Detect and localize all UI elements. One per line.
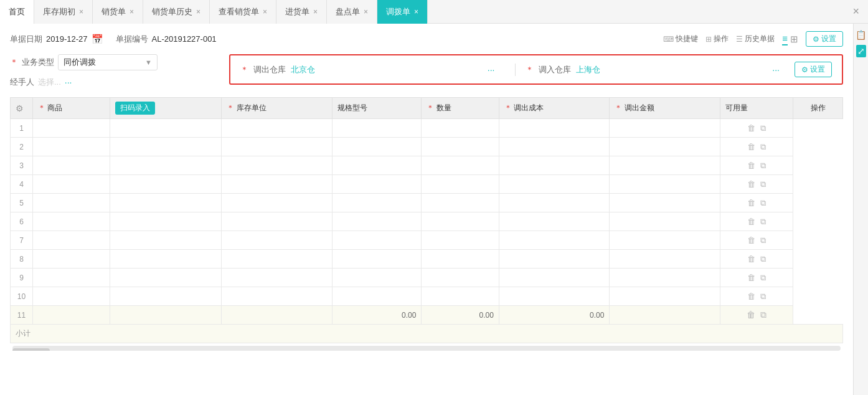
manager-ellipsis[interactable]: ··· bbox=[65, 77, 72, 87]
row-copy-icon[interactable]: ⧉ bbox=[760, 217, 766, 226]
sidebar-expand-icon[interactable]: ⤢ bbox=[856, 45, 866, 57]
row-available[interactable] bbox=[610, 119, 720, 138]
row-delete-icon[interactable]: 🗑 bbox=[747, 161, 755, 170]
row-goods[interactable] bbox=[33, 194, 110, 212]
row-amount[interactable] bbox=[499, 231, 609, 250]
row-goods[interactable] bbox=[33, 156, 110, 175]
row-qty[interactable] bbox=[332, 269, 422, 287]
subtotal-delete-icon[interactable]: 🗑 bbox=[747, 310, 755, 320]
tab-inventory-init-close[interactable]: × bbox=[79, 7, 83, 16]
row-qty[interactable] bbox=[332, 250, 422, 269]
row-copy-icon[interactable]: ⧉ bbox=[760, 236, 766, 245]
row-cost[interactable] bbox=[422, 250, 499, 269]
row-cost[interactable] bbox=[422, 287, 499, 306]
row-unit[interactable] bbox=[110, 231, 222, 250]
row-cost[interactable] bbox=[422, 194, 499, 212]
row-amount[interactable] bbox=[499, 194, 609, 212]
tab-inventory-check[interactable]: 盘点单 × bbox=[327, 0, 377, 24]
row-amount[interactable] bbox=[499, 119, 609, 138]
row-qty[interactable] bbox=[332, 119, 422, 138]
horizontal-scrollbar[interactable] bbox=[12, 346, 841, 351]
row-goods[interactable] bbox=[33, 269, 110, 287]
row-amount[interactable] bbox=[499, 138, 609, 156]
row-delete-icon[interactable]: 🗑 bbox=[747, 123, 755, 133]
row-spec[interactable] bbox=[222, 250, 332, 269]
row-spec[interactable] bbox=[222, 194, 332, 212]
warehouse-settings-button[interactable]: ⚙ 设置 bbox=[795, 62, 832, 77]
tab-sales-order[interactable]: 销货单 × bbox=[93, 0, 143, 24]
row-cost[interactable] bbox=[422, 212, 499, 231]
row-unit[interactable] bbox=[110, 269, 222, 287]
row-available[interactable] bbox=[610, 194, 720, 212]
row-goods[interactable] bbox=[33, 231, 110, 250]
subtotal-copy-icon[interactable]: ⧉ bbox=[760, 310, 767, 320]
row-qty[interactable] bbox=[332, 231, 422, 250]
row-amount[interactable] bbox=[499, 269, 609, 287]
row-cost[interactable] bbox=[422, 119, 499, 138]
row-spec[interactable] bbox=[222, 138, 332, 156]
row-unit[interactable] bbox=[110, 138, 222, 156]
row-goods[interactable] bbox=[33, 212, 110, 231]
row-delete-icon[interactable]: 🗑 bbox=[747, 292, 755, 301]
row-spec[interactable] bbox=[222, 231, 332, 250]
row-copy-icon[interactable]: ⧉ bbox=[760, 292, 766, 301]
row-cost[interactable] bbox=[422, 138, 499, 156]
grid-view-icon[interactable]: ⊞ bbox=[790, 33, 798, 45]
row-spec[interactable] bbox=[222, 212, 332, 231]
list-view-icon[interactable]: ≡ bbox=[782, 33, 788, 45]
warehouse-out-value[interactable]: 北京仓 bbox=[291, 64, 315, 75]
row-unit[interactable] bbox=[110, 194, 222, 212]
row-qty[interactable] bbox=[332, 138, 422, 156]
row-delete-icon[interactable]: 🗑 bbox=[747, 273, 755, 282]
sidebar-doc-icon[interactable]: 📋 bbox=[856, 30, 866, 40]
row-qty[interactable] bbox=[332, 156, 422, 175]
manager-input[interactable]: 选择... bbox=[38, 77, 61, 88]
row-amount[interactable] bbox=[499, 175, 609, 194]
row-spec[interactable] bbox=[222, 156, 332, 175]
row-cost[interactable] bbox=[422, 231, 499, 250]
row-available[interactable] bbox=[610, 138, 720, 156]
row-copy-icon[interactable]: ⧉ bbox=[760, 123, 766, 133]
row-copy-icon[interactable]: ⧉ bbox=[760, 142, 766, 151]
row-spec[interactable] bbox=[222, 269, 332, 287]
tab-sales-order-close[interactable]: × bbox=[130, 7, 134, 16]
row-available[interactable] bbox=[610, 287, 720, 306]
row-delete-icon[interactable]: 🗑 bbox=[747, 142, 755, 151]
row-goods[interactable] bbox=[33, 287, 110, 306]
row-goods[interactable] bbox=[33, 250, 110, 269]
row-delete-icon[interactable]: 🗑 bbox=[747, 236, 755, 245]
row-unit[interactable] bbox=[110, 175, 222, 194]
row-unit[interactable] bbox=[110, 119, 222, 138]
row-copy-icon[interactable]: ⧉ bbox=[760, 179, 766, 189]
warehouse-in-ellipsis[interactable]: ··· bbox=[772, 65, 780, 75]
row-cost[interactable] bbox=[422, 156, 499, 175]
scan-button[interactable]: 扫码录入 bbox=[115, 102, 155, 115]
row-available[interactable] bbox=[610, 175, 720, 194]
row-amount[interactable] bbox=[499, 156, 609, 175]
tab-purchase-close[interactable]: × bbox=[313, 7, 318, 16]
history-btn[interactable]: ☰ 历史单据 bbox=[736, 34, 775, 44]
row-goods[interactable] bbox=[33, 138, 110, 156]
row-cost[interactable] bbox=[422, 269, 499, 287]
row-delete-icon[interactable]: 🗑 bbox=[747, 217, 755, 226]
warehouse-in-value[interactable]: 上海仓 bbox=[576, 64, 600, 75]
operations-btn[interactable]: ⊞ 操作 bbox=[705, 34, 729, 44]
tab-home[interactable]: 首页 bbox=[0, 0, 34, 24]
tab-view-sales[interactable]: 查看销货单 × bbox=[210, 0, 276, 24]
row-available[interactable] bbox=[610, 250, 720, 269]
tab-sales-history-close[interactable]: × bbox=[196, 7, 200, 16]
row-copy-icon[interactable]: ⧉ bbox=[760, 161, 766, 170]
row-available[interactable] bbox=[610, 212, 720, 231]
row-qty[interactable] bbox=[332, 287, 422, 306]
row-available[interactable] bbox=[610, 269, 720, 287]
row-delete-icon[interactable]: 🗑 bbox=[747, 179, 755, 189]
row-spec[interactable] bbox=[222, 287, 332, 306]
business-type-select[interactable]: 同价调拨 ▼ bbox=[58, 54, 158, 70]
tab-transfer[interactable]: 调拨单 × bbox=[377, 0, 428, 24]
row-unit[interactable] bbox=[110, 250, 222, 269]
tab-inventory-init[interactable]: 库存期初 × bbox=[34, 0, 93, 24]
row-qty[interactable] bbox=[332, 194, 422, 212]
row-delete-icon[interactable]: 🗑 bbox=[747, 198, 755, 207]
calendar-icon[interactable]: 📅 bbox=[92, 34, 103, 45]
row-available[interactable] bbox=[610, 156, 720, 175]
